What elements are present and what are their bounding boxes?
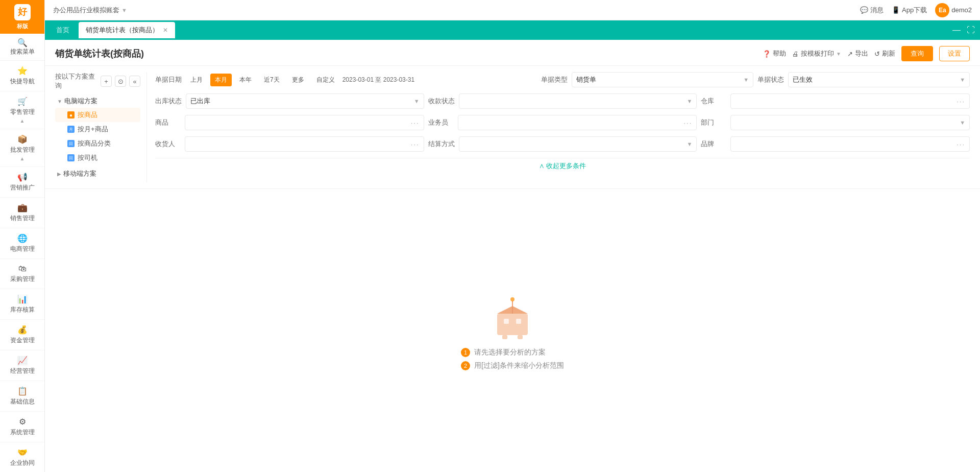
nav-item-label-by-cashier: 按司机	[78, 153, 97, 162]
warehouse-control[interactable]: ···	[730, 93, 970, 109]
app-logo[interactable]: 好 标版	[0, 0, 44, 34]
filter-field-department: 部门 ▼	[701, 115, 970, 130]
filter-add-icon[interactable]: +	[101, 76, 112, 87]
sidebar-icon-system: ⚙	[19, 417, 26, 427]
chevron-down-icon: ▼	[121, 7, 127, 13]
product-control[interactable]: ···	[185, 115, 424, 130]
date-btn-custom[interactable]: 自定义	[312, 74, 339, 86]
tab-minimize-icon[interactable]: —	[951, 25, 962, 36]
sidebar-label-base-info: 基础信息	[10, 397, 35, 406]
template-print-btn[interactable]: 🖨 按模板打印 ▼	[792, 49, 841, 58]
sidebar-icon-sales-mgmt: 💼	[17, 203, 28, 213]
sidebar-item-retail-mgmt[interactable]: 🛒 零售管理 ▲	[0, 91, 44, 129]
tab-home[interactable]: 首页	[49, 22, 77, 38]
username-label: demo2	[951, 6, 972, 14]
nav-item-by-month-product[interactable]: 月 按月+商品	[55, 122, 140, 136]
sidebar-item-marketing[interactable]: 📢 营销推广	[0, 167, 44, 198]
sidebar-item-operations[interactable]: 📈 经营管理	[0, 350, 44, 381]
sidebar-item-sales-mgmt[interactable]: 💼 销售管理	[0, 198, 44, 228]
nav-item-by-product[interactable]: ● 按商品	[55, 108, 140, 122]
page-content: 销货单统计表(按商品) ❓ 帮助 🖨 按模板打印 ▼ ↗ 导出 ↺ 刷新	[45, 40, 980, 472]
consignee-control[interactable]: ···	[185, 136, 424, 152]
brand-control[interactable]: ···	[730, 136, 970, 152]
message-btn[interactable]: 💬 消息	[860, 6, 884, 15]
date-btn-this-month[interactable]: 本月	[210, 74, 232, 86]
sidebar-item-search-menu[interactable]: 🔍 搜索菜单	[0, 34, 44, 61]
page-title: 销货单统计表(按商品)	[55, 48, 144, 60]
date-btn-last-month[interactable]: 上月	[186, 74, 207, 86]
sidebar-item-wholesale-mgmt[interactable]: 📦 批发管理 ▲	[0, 129, 44, 167]
doc-status-control[interactable]: 已生效 ▼	[788, 72, 970, 87]
sidebar-item-quick-nav[interactable]: ⭐ 快捷导航	[0, 61, 44, 91]
svg-rect-3	[504, 319, 509, 324]
filter-field-warehouse: 仓库 ···	[701, 93, 970, 109]
print-chevron-icon: ▼	[836, 51, 841, 57]
warehouse-dots-icon: ···	[957, 98, 965, 105]
svg-rect-8	[518, 335, 523, 339]
group-arrow-icon: ▼	[57, 99, 62, 104]
date-range: 2023-03-01 至 2023-03-31	[342, 76, 414, 84]
tip-num-2: 2	[461, 361, 470, 370]
help-btn[interactable]: ❓ 帮助	[763, 49, 786, 58]
date-btn-this-year[interactable]: 本年	[235, 74, 256, 86]
consignee-dots-icon: ···	[411, 140, 420, 148]
template-print-label: 按模板打印	[801, 49, 834, 58]
filter-field-doc-status: 单据状态 已生效 ▼	[757, 72, 970, 87]
sidebar-item-finance[interactable]: 💰 资金管理	[0, 320, 44, 350]
refresh-btn[interactable]: ↺ 刷新	[874, 49, 895, 58]
payment-status-control[interactable]: ▼	[459, 93, 697, 109]
warehouse-status-arrow-icon: ▼	[414, 98, 420, 104]
filter-row-4: 收货人 ··· 结算方式 ▼ 品牌	[155, 136, 970, 152]
sidebar-label-operations: 经营管理	[10, 367, 35, 375]
department-control[interactable]: ▼	[730, 115, 970, 130]
tab-home-label: 首页	[56, 26, 69, 35]
tab-sales-stat[interactable]: 销货单统计表（按商品） ✕	[79, 22, 175, 38]
tab-close-icon[interactable]: ✕	[163, 27, 168, 34]
settlement-label: 结算方式	[428, 139, 455, 149]
filter-field-consignee: 收货人 ···	[155, 136, 424, 152]
warehouse-status-control[interactable]: 已出库 ▼	[186, 93, 424, 109]
export-btn[interactable]: ↗ 导出	[847, 49, 868, 58]
sidebar-item-ecommerce[interactable]: 🌐 电商管理	[0, 228, 44, 259]
sidebar-item-enterprise[interactable]: 🤝 企业协同	[0, 442, 44, 472]
sidebar-item-system[interactable]: ⚙ 系统管理	[0, 412, 44, 442]
tab-sales-stat-label: 销货单统计表（按商品）	[86, 26, 159, 35]
nav-item-by-category[interactable]: 回 按商品分类	[55, 136, 140, 151]
sidebar-icon-operations: 📈	[17, 356, 28, 365]
settlement-control[interactable]: ▼	[459, 136, 697, 152]
nav-item-icon-by-product: ●	[67, 111, 75, 119]
tip-text-2: 用[过滤]条件来缩小分析范围	[474, 361, 564, 370]
industry-selector[interactable]: 办公用品行业模拟账套 ▼	[53, 6, 127, 15]
app-download-btn[interactable]: 📱 App下载	[892, 6, 927, 15]
sidebar-label-inventory: 库存核算	[10, 305, 35, 314]
doc-type-control[interactable]: 销货单 ▼	[572, 72, 753, 87]
doc-type-value: 销货单	[576, 75, 596, 84]
query-btn[interactable]: 查询	[901, 46, 933, 61]
sidebar-label-marketing: 营销推广	[10, 183, 35, 192]
date-btn-last-7-days[interactable]: 近7天	[259, 74, 284, 86]
sidebar-item-inventory[interactable]: 📊 库存核算	[0, 289, 44, 320]
sidebar-item-base-info[interactable]: 📋 基础信息	[0, 381, 44, 412]
settings-btn[interactable]: 设置	[939, 46, 970, 61]
sidebar-item-purchase[interactable]: 🛍 采购管理	[0, 259, 44, 289]
filter-field-settlement: 结算方式 ▼	[428, 136, 697, 152]
nav-group-mobile-header[interactable]: ▶ 移动端方案	[55, 167, 140, 180]
settlement-arrow-icon: ▼	[687, 141, 692, 147]
warehouse-status-label: 出库状态	[155, 97, 182, 106]
filter-nav-title: 按以下方案查询 + ⊙ «	[55, 72, 140, 90]
filter-field-salesperson: 业务员 ···	[428, 115, 697, 130]
filter-collapse-icon[interactable]: «	[129, 76, 140, 87]
sidebar-label-purchase: 采购管理	[10, 275, 35, 284]
tab-maximize-icon[interactable]: ⛶	[966, 25, 976, 36]
nav-group-desktop-header[interactable]: ▼ 电脑端方案	[55, 95, 140, 108]
nav-item-by-cashier[interactable]: 回 按司机	[55, 151, 140, 165]
filter-settings-icon[interactable]: ⊙	[115, 76, 126, 87]
sidebar-label-sales-mgmt: 销售管理	[10, 214, 35, 223]
user-menu[interactable]: Ea demo2	[935, 3, 972, 17]
salesperson-control[interactable]: ···	[458, 115, 697, 130]
collapse-row[interactable]: ∧ 收起更多条件	[155, 158, 970, 174]
product-dots-icon: ···	[411, 119, 420, 127]
date-btn-more[interactable]: 更多	[287, 74, 309, 86]
app-subtitle: 标版	[3, 22, 41, 30]
filter-row-3: 商品 ··· 业务员 ··· 部门	[155, 115, 970, 130]
